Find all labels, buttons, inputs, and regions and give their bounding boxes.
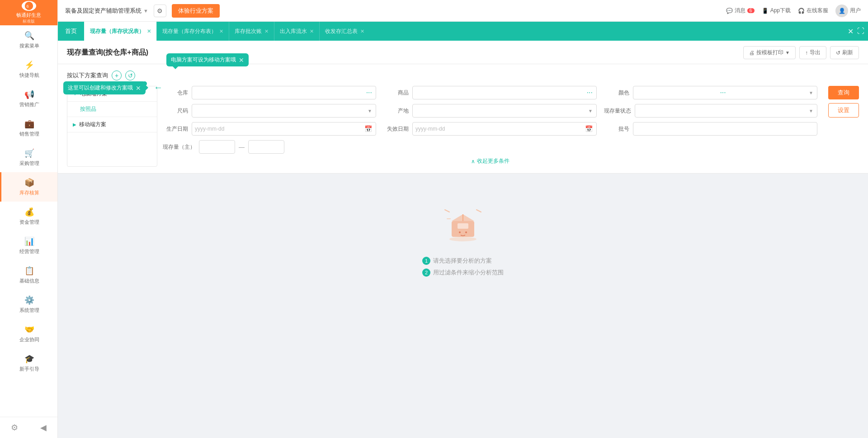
tooltip-scheme-edit: 这里可以创建和修改方案哦 ✕ xyxy=(63,81,146,94)
phone-icon: 📱 xyxy=(762,8,769,14)
filter-row-color: 颜色 ··· ▼ xyxy=(604,86,817,99)
calendar-produce-icon[interactable]: 📅 xyxy=(364,125,372,132)
tab-close-stock-status[interactable]: ✕ xyxy=(147,28,151,34)
tab-home-label: 首页 xyxy=(65,27,77,35)
add-scheme-btn[interactable]: + xyxy=(112,71,122,80)
collapse-btn-row[interactable]: ∧ 收起更多条件 xyxy=(163,154,817,167)
template-print-btn[interactable]: 🖨 按模板打印 ▼ xyxy=(743,46,796,59)
filter-row-size: 尺码 ▼ xyxy=(163,104,376,118)
sidebar-item-finance[interactable]: 💰 资金管理 xyxy=(0,202,57,231)
goods-dots[interactable]: ··· xyxy=(587,89,593,97)
tab-close-stock-batch[interactable]: ✕ xyxy=(264,28,269,34)
settings-gear-btn[interactable]: ⚙ xyxy=(154,5,166,17)
reset-button[interactable]: 设置 xyxy=(828,103,859,118)
tab-stock-batch[interactable]: 库存批次账 ✕ xyxy=(229,22,274,41)
sidebar-label-enterprise: 企业协同 xyxy=(19,336,39,343)
stockstatus-select[interactable]: ▼ xyxy=(635,104,817,118)
tab-fullscreen-btn[interactable]: ⛶ xyxy=(857,27,864,35)
message-icon: 💬 xyxy=(726,8,733,14)
tab-close-summary[interactable]: ✕ xyxy=(360,28,364,34)
online-service-action[interactable]: 🎧 在线客服 xyxy=(798,7,828,14)
producedate-input[interactable]: yyyy-mm-dd 📅 xyxy=(192,122,376,136)
calendar-expire-icon[interactable]: 📅 xyxy=(585,125,593,132)
color-select[interactable]: ··· ▼ xyxy=(633,86,817,99)
tooltip1-close-btn[interactable]: ✕ xyxy=(239,57,244,64)
stockmain-label: 现存量（主） xyxy=(163,143,195,151)
sidebar-item-system[interactable]: ⚙️ 系统管理 xyxy=(0,290,57,319)
tooltip2-text: 这里可以创建和修改方案哦 xyxy=(68,84,133,92)
user-action[interactable]: 👤 用户 xyxy=(835,5,861,17)
search-button[interactable]: 查询 xyxy=(828,86,859,99)
service-icon: 🎧 xyxy=(798,8,805,14)
settings-bottom-btn[interactable]: ⚙ xyxy=(9,421,20,434)
refresh-btn[interactable]: ↺ 刷新 xyxy=(830,46,859,59)
sidebar-item-marketing[interactable]: 📢 营销推广 xyxy=(0,84,57,113)
scheme-item-mobile[interactable]: ▶ 移动端方案 xyxy=(67,117,157,132)
message-badge: 6 xyxy=(747,8,755,13)
expiredate-input[interactable]: yyyy-mm-dd 📅 xyxy=(412,122,597,136)
sidebar-item-guide[interactable]: 🎓 新手引导 xyxy=(0,349,57,378)
tip-num-2: 2 xyxy=(422,268,430,277)
sidebar-item-sales[interactable]: 💼 销售管理 xyxy=(0,113,57,143)
warehouse-select[interactable]: ··· xyxy=(192,86,376,99)
export-icon: ↑ xyxy=(805,50,808,56)
color-dots[interactable]: ··· xyxy=(720,89,726,97)
batch-input[interactable] xyxy=(633,122,817,136)
app-download-action[interactable]: 📱 App下载 xyxy=(762,7,791,14)
tab-close-stock-dist[interactable]: ✕ xyxy=(219,28,223,34)
sidebar-label-system: 系统管理 xyxy=(19,307,39,314)
scheme-mobile-label: 移动端方案 xyxy=(79,121,151,128)
tab-home[interactable]: 首页 xyxy=(58,22,84,41)
tab-close-inout-flow[interactable]: ✕ xyxy=(310,28,314,34)
app-name: 畅通好生意 xyxy=(16,12,41,18)
stockmain-max-input[interactable] xyxy=(248,140,284,154)
producedate-placeholder: yyyy-mm-dd xyxy=(195,126,224,132)
sidebar-item-quicknav[interactable]: ⚡ 快捷导航 xyxy=(0,55,57,84)
user-label: 用户 xyxy=(850,7,861,14)
color-label: 颜色 xyxy=(604,89,629,97)
message-action[interactable]: 💬 消息 6 xyxy=(726,7,755,14)
filter-area: 按以下方案查询 + ↺ ← 电脑方案可设为移动方案哦 ✕ 这里可以创建和修改方案… xyxy=(58,64,868,174)
refresh-icon: ↺ xyxy=(836,50,840,56)
tab-summary-label: 收发存汇总表 xyxy=(325,28,358,35)
warehouse-dots[interactable]: ··· xyxy=(366,89,372,97)
empty-illustration xyxy=(440,201,486,246)
origin-select[interactable]: ▼ xyxy=(412,104,597,118)
print-icon: 🖨 xyxy=(749,50,755,56)
chevron-down-color: ▼ xyxy=(809,90,813,95)
sidebar-label-quicknav: 快捷导航 xyxy=(19,72,39,79)
size-select[interactable]: ▼ xyxy=(192,104,376,118)
tab-stock-dist[interactable]: 现存量（库存分布表） ✕ xyxy=(156,22,229,41)
goods-label: 商品 xyxy=(383,89,409,97)
collapse-sidebar-btn[interactable]: ◀ xyxy=(38,421,48,434)
sidebar-item-search[interactable]: 🔍 搜索菜单 xyxy=(0,25,57,55)
app-download-label: App下载 xyxy=(770,7,791,14)
sidebar-label-marketing: 营销推广 xyxy=(19,101,39,108)
tip-text-2: 用过滤条件来缩小分析范围 xyxy=(433,267,504,278)
sidebar-item-enterprise[interactable]: 🤝 企业协同 xyxy=(0,319,57,349)
sidebar-item-basic[interactable]: 📋 基础信息 xyxy=(0,260,57,290)
scheme-item-sub[interactable]: 按照品 xyxy=(67,102,157,117)
expiredate-label: 失效日期 xyxy=(383,125,409,133)
system-title-select[interactable]: 装备及固定资产辅助管理系统 ▼ xyxy=(65,7,148,15)
header-left: 装备及固定资产辅助管理系统 ▼ ⚙ 体验行业方案 xyxy=(65,4,220,18)
refresh-scheme-btn[interactable]: ↺ xyxy=(125,71,135,80)
industry-btn[interactable]: 体验行业方案 xyxy=(172,4,220,18)
tab-close-all-btn[interactable]: ✕ xyxy=(848,27,854,36)
tab-summary[interactable]: 收发存汇总表 ✕ xyxy=(319,22,370,41)
header-right: 💬 消息 6 📱 App下载 🎧 在线客服 👤 用户 xyxy=(726,5,861,17)
scheme-sub-label: 按照品 xyxy=(80,105,96,113)
guide-icon: 🎓 xyxy=(24,354,34,364)
tooltip2-close-btn[interactable]: ✕ xyxy=(136,85,141,92)
sidebar-item-operation[interactable]: 📊 经营管理 xyxy=(0,231,57,260)
stockmain-min-input[interactable] xyxy=(199,140,235,154)
sidebar-label-finance: 资金管理 xyxy=(19,219,39,226)
sidebar-item-purchase[interactable]: 🛒 采购管理 xyxy=(0,143,57,172)
tab-stock-status[interactable]: 现存量（库存状况表） ✕ xyxy=(84,22,156,41)
tab-inout-flow[interactable]: 出入库流水 ✕ xyxy=(274,22,319,41)
export-btn[interactable]: ↑ 导出 xyxy=(799,46,826,59)
sidebar-label-operation: 经营管理 xyxy=(19,248,39,255)
sidebar-item-stock[interactable]: 📦 库存核算 xyxy=(0,172,57,202)
svg-rect-6 xyxy=(458,223,468,229)
goods-select[interactable]: ··· xyxy=(412,86,597,99)
